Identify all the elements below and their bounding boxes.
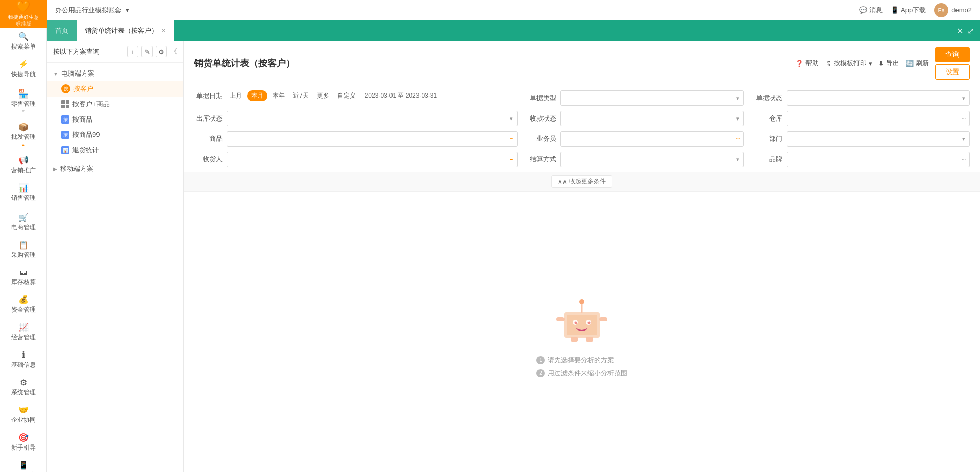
username-label: demo2	[951, 6, 972, 14]
app-download-btn[interactable]: 📱 App下载	[891, 6, 926, 15]
print-btn[interactable]: 🖨 按模板打印 ▾	[825, 59, 872, 68]
sidebar-item-basics[interactable]: ℹ 基础信息	[0, 346, 47, 373]
sidebar-item-label: 基础信息	[11, 361, 36, 369]
page-title-bar: 销货单统计表（按客户） ❓ 帮助 🖨 按模板打印 ▾ ⬇ 导出	[184, 41, 980, 84]
sidebar-item-enterprise[interactable]: 🤝 企业协同	[0, 401, 47, 429]
export-btn[interactable]: ⬇ 导出	[878, 59, 899, 68]
scheme-label: 退货统计	[72, 146, 99, 155]
sidebar-item-procurement[interactable]: 📋 采购管理	[0, 236, 47, 264]
tab-close-icon[interactable]: ×	[162, 27, 165, 34]
filter-docstatus-item: 单据状态 ▾	[754, 90, 970, 106]
collapse-conditions-btn[interactable]: ∧∧ 收起更多条件	[551, 175, 612, 188]
filter-row-3: 商品 ··· 业务员 ··· 部门	[184, 126, 980, 147]
tab-home[interactable]: 首页	[47, 20, 77, 41]
svg-rect-1	[567, 315, 597, 335]
docstatus-input[interactable]: ▾	[787, 90, 970, 106]
collapse-panel-icon[interactable]: 《	[170, 47, 177, 56]
date-btn-more[interactable]: 更多	[314, 90, 332, 101]
receiver-input[interactable]: ···	[227, 152, 518, 167]
grid-icon	[61, 100, 69, 108]
scheme-by-customer-product[interactable]: 按客户+商品	[47, 97, 183, 112]
paystatus-input[interactable]: ▾	[560, 111, 744, 126]
tip-row-1: 1 请先选择要分析的方案	[536, 353, 627, 367]
settlement-dropdown-icon: ▾	[736, 156, 739, 163]
restore-window-icon[interactable]: ⤢	[967, 26, 974, 36]
sidebar-item-finance[interactable]: 💰 资金管理	[0, 291, 47, 318]
receiver-more-icon: ···	[509, 155, 513, 164]
desktop-scheme-section: ▼ 电脑端方案 按 按客户 按客户+商品	[47, 63, 183, 161]
sidebar-item-marketing[interactable]: 📢 营销推广	[0, 151, 47, 179]
refresh-btn[interactable]: 🔄 刷新	[905, 59, 929, 68]
date-filter[interactable]: 上月 本月 本年 近7天 更多 自定义 2023-03-01 至 2023-03…	[227, 90, 518, 101]
sidebar-item-system[interactable]: ⚙ 系统管理	[0, 373, 47, 401]
date-btn-this-year[interactable]: 本年	[270, 90, 288, 101]
settings-button[interactable]: 设置	[935, 64, 970, 80]
svg-rect-9	[599, 317, 607, 321]
empty-state: 1 请先选择要分析的方案 2 用过滤条件来缩小分析范围	[184, 192, 980, 472]
lightning-icon: ⚡	[18, 59, 29, 69]
paystatus-dropdown-icon: ▾	[736, 115, 739, 122]
scheme-by-customer[interactable]: 按 按客户	[47, 81, 183, 97]
sidebar-item-inventory[interactable]: 🗂 库存核算	[0, 264, 47, 291]
warehouse-input[interactable]: ···	[787, 111, 970, 126]
content-area: 按以下方案查询 + ✎ ⚙ 《 ▼ 电脑端方案	[47, 41, 980, 472]
sidebar-item-appcenter[interactable]: 📱 应用中心	[0, 456, 47, 472]
main-area: 办公用品行业模拟账套 ▾ 💬 消息 📱 App下载 Ea demo2 首页 销货…	[47, 0, 980, 472]
salesperson-input[interactable]: ···	[560, 131, 744, 147]
outstatus-input[interactable]: ▾	[227, 111, 518, 126]
close-window-icon[interactable]: ✕	[957, 26, 963, 36]
sidebar-item-ecommerce[interactable]: 🛒 电商管理	[0, 208, 47, 236]
doctype-input[interactable]: ▾	[560, 90, 744, 106]
outstatus-dropdown-icon: ▾	[510, 115, 513, 122]
left-panel-actions: + ✎ ⚙ 《	[127, 46, 177, 57]
brand-input[interactable]: ···	[787, 152, 970, 167]
date-btn-this-month[interactable]: 本月	[247, 90, 267, 101]
mobile-section-label: 移动端方案	[60, 164, 93, 173]
sidebar-item-retail[interactable]: 🏪 零售管理 ▾	[0, 85, 47, 118]
desktop-scheme-parent[interactable]: ▼ 电脑端方案	[47, 66, 183, 81]
sidebar-item-label: 采购管理	[11, 251, 36, 259]
sales-icon: 📊	[18, 183, 29, 193]
sidebar-item-search[interactable]: 🔍 搜索菜单	[0, 28, 47, 55]
user-menu[interactable]: Ea demo2	[934, 3, 972, 17]
department-input[interactable]: ▾	[787, 131, 970, 147]
message-btn[interactable]: 💬 消息	[859, 6, 883, 15]
paystatus-label: 收款状态	[528, 114, 556, 123]
date-shortcuts: 上月 本月 本年 近7天 更多 自定义	[227, 90, 359, 101]
date-btn-last-month[interactable]: 上月	[227, 90, 245, 101]
sidebar-item-wholesale[interactable]: 📦 批发管理 ▴	[0, 118, 47, 151]
scheme-by-product99[interactable]: 按 按商品99	[47, 127, 183, 143]
salesperson-more-icon: ···	[736, 134, 739, 144]
date-btn-7days[interactable]: 近7天	[290, 90, 312, 101]
date-btn-custom[interactable]: 自定义	[334, 90, 359, 101]
settings-scheme-btn[interactable]: ⚙	[156, 46, 167, 57]
mobile-scheme-parent[interactable]: ▶ 移动端方案	[47, 161, 183, 176]
help-icon: ❓	[795, 60, 803, 67]
tab-sales-label: 销货单统计表（按客户）	[85, 26, 158, 35]
tab-sales-stats[interactable]: 销货单统计表（按客户） ×	[77, 20, 174, 41]
sidebar-item-sales[interactable]: 📊 销售管理	[0, 179, 47, 206]
help-btn[interactable]: ❓ 帮助	[795, 59, 819, 68]
sidebar-item-label: 快捷导航	[11, 70, 36, 79]
outstatus-label: 出库状态	[194, 114, 223, 123]
doctype-dropdown-icon: ▾	[736, 95, 739, 102]
settlement-input[interactable]: ▾	[560, 152, 744, 167]
sidebar-item-operations[interactable]: 📈 经营管理	[0, 318, 47, 346]
product-input[interactable]: ···	[227, 131, 518, 147]
newbie-icon: 🎯	[18, 433, 29, 442]
docstatus-label: 单据状态	[754, 93, 782, 103]
scheme-by-product[interactable]: 按 按商品	[47, 112, 183, 127]
filter-brand-item: 品牌 ···	[754, 152, 970, 167]
filter-settlement-item: 结算方式 ▾	[528, 152, 744, 167]
filter-date-item: 单据日期 上月 本月 本年 近7天 更多 自定义 2023-03-01 至 20…	[194, 90, 518, 101]
svg-point-4	[575, 321, 577, 324]
customer-scheme-icon: 按	[61, 84, 70, 93]
sidebar-item-quicknav[interactable]: ⚡ 快捷导航	[0, 55, 47, 83]
workspace-selector[interactable]: 办公用品行业模拟账套 ▾	[55, 6, 129, 15]
query-button[interactable]: 查询	[935, 47, 970, 62]
edit-scheme-btn[interactable]: ✎	[141, 46, 153, 57]
add-scheme-btn[interactable]: +	[127, 46, 138, 57]
scheme-return-stats[interactable]: 📊 退货统计	[47, 143, 183, 158]
svg-rect-8	[556, 317, 565, 321]
sidebar-item-newbie[interactable]: 🎯 新手引导	[0, 429, 47, 456]
